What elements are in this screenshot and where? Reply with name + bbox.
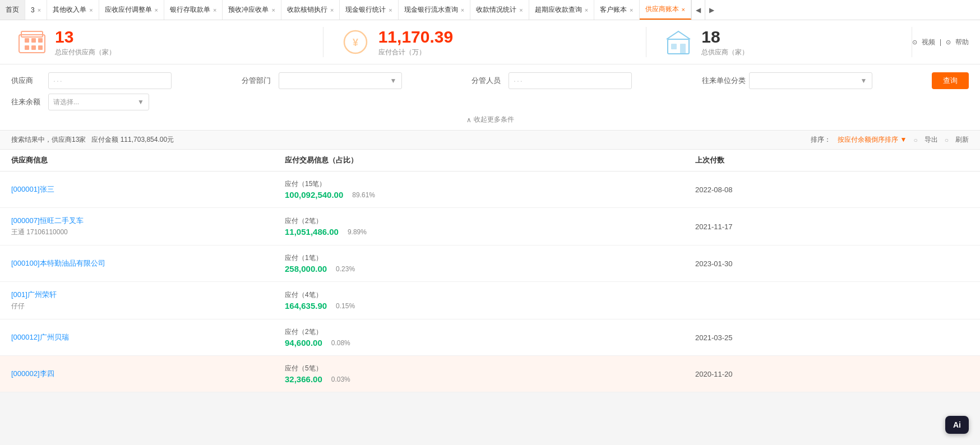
filter-balance-select[interactable]: 请选择... ▼ xyxy=(48,94,149,110)
nav-collect-stat[interactable]: 收款情况统计 × xyxy=(470,0,529,20)
tx-label-5: 应付（2笔） xyxy=(285,327,695,337)
nav-tab3-close[interactable]: × xyxy=(38,7,41,13)
table-row: [000100]本特勤油品有限公司 应付（1笔） 258,000.00 0.23… xyxy=(0,245,980,282)
tx-row-3: 258,000.00 0.23% xyxy=(285,264,695,274)
query-button[interactable]: 查询 xyxy=(932,72,969,89)
tx-percent-3: 0.23% xyxy=(336,265,355,273)
tx-amount-6[interactable]: 32,366.00 xyxy=(285,374,322,384)
tx-row-2: 11,051,486.00 9.89% xyxy=(285,227,695,237)
filter-dept-select[interactable]: ▼ xyxy=(279,72,402,89)
stat-total-suppliers: 18 总供应商（家） xyxy=(646,27,912,57)
filter-unit-class-label: 往来单位分类 xyxy=(702,76,746,86)
filter-person-label: 分管人员 xyxy=(471,76,505,86)
last-pay-5: 2021-03-25 xyxy=(695,333,969,342)
svg-rect-2 xyxy=(25,38,29,43)
supplier-link-2[interactable]: [000007]恒旺二手叉车 xyxy=(11,216,84,225)
sort-arrow-icon: ▼ xyxy=(900,136,907,143)
nav-other-income-close[interactable]: × xyxy=(89,7,93,13)
nav-payable-adjust[interactable]: 应收应付调整单 × xyxy=(99,0,164,20)
nav-home[interactable]: 首页 xyxy=(0,0,25,20)
refresh-button[interactable]: 刷新 xyxy=(955,135,969,145)
nav-advance-collect[interactable]: 预收冲应收单 × xyxy=(223,0,281,20)
filter-supplier-label: 供应商 xyxy=(11,76,45,86)
filter-unit-class: 往来单位分类 ▼ xyxy=(702,72,927,89)
nav-customer-account-close[interactable]: × xyxy=(630,7,633,13)
nav-cash-bank-stat-label: 现金银行统计 xyxy=(345,5,386,15)
stat-total-payable-amount: ¥ 11,170.39 应付合计（万） xyxy=(323,27,647,57)
nav-collect-execute[interactable]: 收款核销执行 × xyxy=(281,0,340,20)
nav-advance-collect-close[interactable]: × xyxy=(271,7,275,13)
tx-amount-1[interactable]: 100,092,540.00 xyxy=(285,190,343,200)
filter-balance: 往来余额 请选择... ▼ xyxy=(11,94,157,110)
chevron-down-icon-3: ▼ xyxy=(137,98,144,106)
nav-cash-bank-flow[interactable]: 现金银行流水查询 × xyxy=(399,0,470,20)
nav-collect-stat-label: 收款情况统计 xyxy=(476,5,516,15)
supplier-link-1[interactable]: [000001]张三 xyxy=(11,185,54,193)
supplier-cell-5: [000012]广州贝瑞 xyxy=(11,332,285,342)
nav-supplier-account-label: 供应商账本 xyxy=(645,4,679,14)
nav-bank-deposit-close[interactable]: × xyxy=(213,7,216,13)
filter-person-input[interactable]: ··· xyxy=(509,72,632,89)
help-link[interactable]: 帮助 xyxy=(955,38,969,47)
nav-overdue-collect-close[interactable]: × xyxy=(585,7,588,13)
tx-label-1: 应付（15笔） xyxy=(285,179,695,189)
refresh-icon: ○ xyxy=(945,136,949,144)
nav-collect-stat-close[interactable]: × xyxy=(519,7,523,13)
nav-arrow-left[interactable]: ◀ xyxy=(691,0,705,20)
nav-cash-bank-stat[interactable]: 现金银行统计 × xyxy=(340,0,398,20)
tx-row-4: 164,635.90 0.15% xyxy=(285,301,695,310)
supplier-link-5[interactable]: [000012]广州贝瑞 xyxy=(11,333,69,341)
export-button[interactable]: 导出 xyxy=(924,135,938,145)
filter-row-2: 往来余额 请选择... ▼ xyxy=(11,94,969,110)
nav-collect-execute-close[interactable]: × xyxy=(330,7,334,13)
supplier-link-3[interactable]: [000100]本特勤油品有限公司 xyxy=(11,259,105,267)
nav-payable-adjust-close[interactable]: × xyxy=(155,7,158,13)
sort-prefix: 排序： xyxy=(811,135,831,145)
col-last-pay: 上次付数 xyxy=(695,155,969,165)
table-header: 供应商信息 应付交易信息（占比） 上次付数 xyxy=(0,150,980,171)
stat-total-suppliers-info: 18 总供应商（家） xyxy=(701,27,748,57)
nav-supplier-account-close[interactable]: × xyxy=(682,6,685,13)
nav-cash-bank-flow-close[interactable]: × xyxy=(461,7,464,13)
nav-cash-bank-stat-close[interactable]: × xyxy=(389,7,392,13)
tx-amount-4[interactable]: 164,635.90 xyxy=(285,301,327,310)
last-pay-2: 2021-11-17 xyxy=(695,222,969,231)
nav-customer-account[interactable]: 客户账本 × xyxy=(594,0,639,20)
stats-row: 13 总应付供应商（家） ¥ 11,170.39 应付合计（万） 18 xyxy=(0,20,980,64)
nav-arrow-right[interactable]: ▶ xyxy=(705,0,718,20)
sort-value[interactable]: 按应付余额倒序排序 ▼ xyxy=(838,135,907,145)
table-row: [000001]张三 应付（15笔） 100,092,540.00 89.61%… xyxy=(0,171,980,208)
svg-text:¥: ¥ xyxy=(353,37,358,48)
supplier-link-4[interactable]: [001]广州荣轩 xyxy=(11,290,57,299)
svg-rect-10 xyxy=(668,39,689,54)
last-pay-1: 2022-08-08 xyxy=(695,186,969,194)
col-tx-info: 应付交易信息（占比） xyxy=(285,155,695,165)
filter-dept: 分管部门 ▼ xyxy=(242,72,466,89)
nav-other-income[interactable]: 其他收入单 × xyxy=(47,0,99,20)
filter-row-1: 供应商 ··· 分管部门 ▼ 分管人员 ··· 往来单位分类 ▼ xyxy=(11,72,969,89)
filter-person: 分管人员 ··· xyxy=(471,72,696,89)
nav-bank-deposit[interactable]: 银行存取款单 × xyxy=(164,0,223,20)
filter-unit-class-select[interactable]: ▼ xyxy=(749,72,872,89)
tx-cell-5: 应付（2笔） 94,600.00 0.08% xyxy=(285,327,695,347)
filter-supplier-input[interactable]: ··· xyxy=(48,72,172,89)
collapse-row[interactable]: ∧ 收起更多条件 xyxy=(11,115,969,124)
tx-percent-1: 89.61% xyxy=(352,191,375,199)
tx-cell-6: 应付（5笔） 32,366.00 0.03% xyxy=(285,364,695,384)
nav-supplier-account[interactable]: 供应商账本 × xyxy=(640,0,691,20)
tx-amount-3[interactable]: 258,000.00 xyxy=(285,264,327,274)
nav-payable-adjust-label: 应收应付调整单 xyxy=(105,5,152,15)
export-icon: ○ xyxy=(914,136,918,144)
svg-rect-7 xyxy=(38,45,43,50)
supplier-link-6[interactable]: [000002]李四 xyxy=(11,369,54,378)
video-link[interactable]: 视频 xyxy=(922,38,935,47)
nav-customer-account-label: 客户账本 xyxy=(600,5,627,15)
nav-overdue-collect[interactable]: 超期应收款查询 × xyxy=(529,0,594,20)
nav-tab3[interactable]: 3 × xyxy=(25,0,47,20)
nav-overdue-collect-label: 超期应收款查询 xyxy=(535,5,582,15)
stat-total-suppliers-label: 总供应商（家） xyxy=(701,48,748,57)
nav-other-income-label: 其他收入单 xyxy=(53,5,86,15)
supplier-cell-3: [000100]本特勤油品有限公司 xyxy=(11,258,285,268)
tx-amount-5[interactable]: 94,600.00 xyxy=(285,338,322,347)
tx-amount-2[interactable]: 11,051,486.00 xyxy=(285,227,339,237)
